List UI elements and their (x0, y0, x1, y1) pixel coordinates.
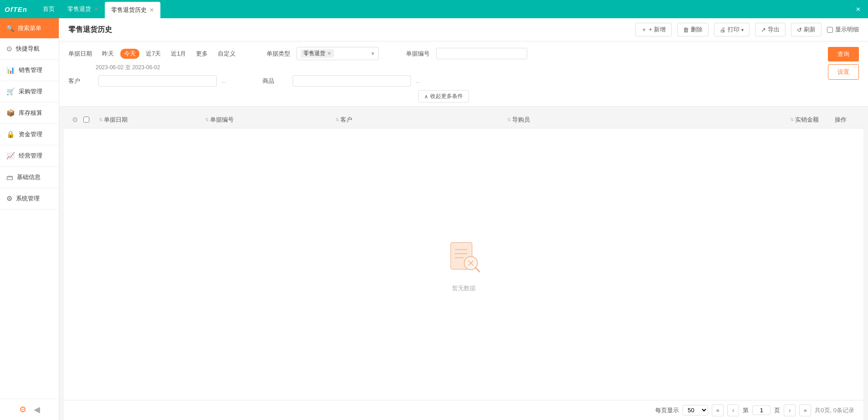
sidebar-search[interactable]: 🔍 搜索菜单 (0, 18, 59, 38)
th-action: 操作 (822, 116, 859, 124)
layout: 🔍 搜索菜单 ⊙ 快捷导航 📊 销售管理 🛒 采购管理 📦 库存核算 🔒 资金管… (0, 18, 868, 420)
th-guide[interactable]: ⇅ 导购员 (503, 116, 634, 124)
table-header: ⚙ ⇅ 单据日期 ⇅ 单据编号 ⇅ 客户 ⇅ 导购员 (64, 111, 863, 128)
print-dropdown-icon: ▾ (741, 27, 744, 32)
doc-type-label: 单据类型 (267, 50, 294, 58)
table-settings-icon[interactable]: ⚙ (68, 116, 82, 124)
filter-row-1: 单据日期 昨天 今天 近7天 近1月 更多 自定义 单据类型 (68, 47, 819, 60)
sidebar-item-quick-nav[interactable]: ⊙ 快捷导航 (0, 38, 59, 60)
date-option-today[interactable]: 今天 (120, 49, 139, 59)
th-amount[interactable]: ⇅ 实销金额 (716, 116, 822, 124)
delete-button[interactable]: 🗑 删除 (677, 23, 709, 36)
date-option-more[interactable]: 更多 (192, 49, 211, 59)
goods-filter-item: 商品 ... (262, 75, 420, 87)
delete-icon: 🗑 (683, 26, 689, 33)
date-option-1month[interactable]: 近1月 (167, 49, 190, 59)
doc-type-tag: 零售退货 ✕ (301, 49, 334, 58)
tab-home[interactable]: 首页 (36, 0, 61, 18)
page-size-select[interactable]: 20 50 100 (683, 405, 708, 415)
sidebar-settings-icon[interactable]: ⚙ (19, 405, 26, 415)
collapse-icon: ∧ (424, 93, 428, 100)
export-icon: ↗ (761, 26, 766, 33)
page-size-label: 每页显示 (655, 406, 679, 415)
table-body: 暂无数据 (64, 128, 863, 400)
toolbar: ＋ + 新增 🗑 删除 🖨 打印 ▾ ↗ 导出 ↺ (635, 23, 859, 36)
sidebar-footer: ⚙ ◀ (0, 399, 59, 420)
sales-icon: 📊 (6, 66, 15, 74)
tab-retail-return-history[interactable]: 零售退货历史 ✕ (105, 2, 160, 18)
goods-ellipsis-icon[interactable]: ... (416, 78, 420, 84)
sidebar-item-inventory[interactable]: 📦 库存核算 (0, 102, 59, 124)
sidebar: 🔍 搜索菜单 ⊙ 快捷导航 📊 销售管理 🛒 采购管理 📦 库存核算 🔒 资金管… (0, 18, 59, 420)
date-range-text: 2023-06-02 至 2023-06-02 (96, 64, 160, 71)
display-detail-label[interactable]: 显示明细 (827, 26, 859, 34)
th-customer[interactable]: ⇅ 客户 (332, 116, 503, 124)
tab-retail-return-history-close[interactable]: ✕ (149, 7, 154, 13)
empty-icon (443, 236, 484, 279)
empty-text: 暂无数据 (452, 284, 476, 292)
purchase-icon: 🛒 (6, 87, 15, 96)
export-button[interactable]: ↗ 导出 (755, 23, 786, 36)
empty-state: 暂无数据 (443, 236, 484, 292)
sidebar-item-basic-info[interactable]: 🗃 基础信息 (0, 167, 59, 188)
customer-filter-item: 客户 ... (68, 75, 226, 87)
doc-type-dropdown-icon: ▾ (371, 50, 375, 57)
customer-ellipsis-icon[interactable]: ... (221, 78, 226, 84)
filter-row-2: 客户 ... 商品 ... (68, 75, 819, 87)
th-date[interactable]: ⇅ 单据日期 (95, 116, 201, 124)
th-customer-sort-icon: ⇅ (335, 117, 339, 122)
basic-info-icon: 🗃 (6, 174, 13, 181)
doc-no-filter-item: 单据编号 (406, 48, 527, 59)
tab-retail-return[interactable]: 零售退货 ✕ (61, 0, 105, 18)
th-docno-sort-icon: ⇅ (205, 117, 209, 122)
operations-icon: 📈 (6, 152, 15, 160)
sidebar-item-system[interactable]: ⚙ 系统管理 (0, 188, 59, 210)
sidebar-item-sales[interactable]: 📊 销售管理 (0, 60, 59, 81)
goods-input[interactable] (293, 75, 411, 87)
date-filter-item: 单据日期 昨天 今天 近7天 近1月 更多 自定义 (68, 49, 239, 59)
collapse-button[interactable]: ∧ 收起更多条件 (418, 90, 469, 102)
goods-label: 商品 (262, 77, 290, 85)
th-docno[interactable]: ⇅ 单据编号 (201, 116, 332, 124)
inventory-icon: 📦 (6, 109, 15, 117)
refresh-button[interactable]: ↺ 刷新 (791, 23, 822, 36)
customer-input[interactable] (98, 75, 217, 87)
settings-button[interactable]: 设置 (828, 64, 859, 80)
date-option-yesterday[interactable]: 昨天 (98, 49, 118, 59)
doc-no-input[interactable] (436, 48, 527, 59)
query-button[interactable]: 查询 (828, 47, 859, 61)
finance-icon: 🔒 (6, 130, 15, 138)
main-content: 零售退货历史 ＋ + 新增 🗑 删除 🖨 打印 ▾ ↗ 导出 (59, 18, 868, 420)
filter-fields: 单据日期 昨天 今天 近7天 近1月 更多 自定义 单据类型 (68, 47, 819, 102)
page-last-button[interactable]: » (799, 405, 811, 416)
tab-retail-return-close[interactable]: ✕ (94, 6, 98, 12)
customer-label: 客户 (68, 77, 96, 85)
search-icon: 🔍 (6, 25, 14, 32)
table-select-all-checkbox[interactable] (83, 117, 89, 123)
page-first-button[interactable]: « (712, 405, 724, 416)
page-number-input[interactable] (752, 405, 770, 415)
top-bar: OfTEn 首页 零售退货 ✕ 零售退货历史 ✕ ✕ (0, 0, 868, 18)
page-next-button[interactable]: › (784, 405, 796, 416)
print-icon: 🖨 (720, 26, 726, 33)
sidebar-item-purchase[interactable]: 🛒 采购管理 (0, 81, 59, 102)
display-detail-checkbox[interactable] (827, 27, 833, 33)
page-prev-button[interactable]: ‹ (727, 405, 739, 416)
date-option-7days[interactable]: 近7天 (142, 49, 164, 59)
date-filter-label: 单据日期 (68, 50, 96, 58)
page-label: 第 (743, 406, 749, 415)
top-bar-close[interactable]: ✕ (856, 6, 861, 13)
doc-type-select[interactable]: 零售退货 ✕ ▾ (297, 47, 379, 60)
brand-logo: OfTEn (5, 5, 27, 13)
print-button[interactable]: 🖨 打印 ▾ (714, 23, 750, 36)
th-guide-sort-icon: ⇅ (507, 117, 511, 122)
sidebar-item-operations[interactable]: 📈 经营管理 (0, 145, 59, 167)
date-option-custom[interactable]: 自定义 (214, 49, 239, 59)
collapse-row: ∧ 收起更多条件 (68, 90, 819, 102)
sidebar-item-finance[interactable]: 🔒 资金管理 (0, 124, 59, 145)
new-button[interactable]: ＋ + 新增 (635, 23, 672, 36)
doc-no-label: 单据编号 (406, 50, 433, 58)
doc-type-tag-close[interactable]: ✕ (327, 51, 331, 56)
sidebar-collapse-icon[interactable]: ◀ (34, 405, 40, 415)
system-icon: ⚙ (6, 195, 12, 203)
